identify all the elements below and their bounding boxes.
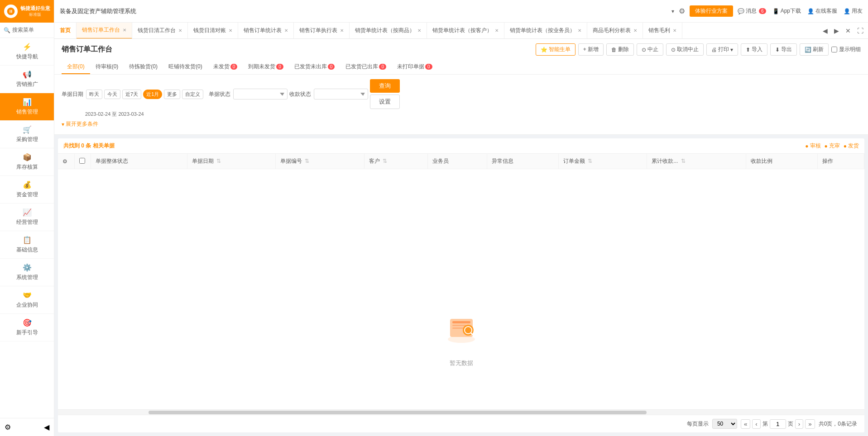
- stop-button[interactable]: ⊙ 中止: [637, 43, 663, 56]
- cancel-stop-icon: ⊙: [671, 47, 676, 53]
- filter-tab-wangpu[interactable]: 旺铺待发货(0): [163, 60, 208, 74]
- sidebar-item-guide[interactable]: 🎯 新手引导: [0, 314, 54, 341]
- online-support-item[interactable]: 👤 在线客服: [807, 7, 837, 15]
- sidebar-item-inventory[interactable]: 📦 库存核算: [0, 148, 54, 176]
- smart-btn[interactable]: ⭐ 智能生单: [536, 43, 575, 56]
- close-tab-sales-exec[interactable]: ✕: [340, 28, 344, 33]
- date-yesterday[interactable]: 昨天: [86, 90, 102, 99]
- close-tab-sales-margin[interactable]: ✕: [673, 28, 676, 33]
- user-item[interactable]: 👤 用友: [844, 7, 863, 15]
- page-input[interactable]: [770, 419, 786, 429]
- sidebar-item-purchase[interactable]: 🛒 采购管理: [0, 121, 54, 148]
- settings-button[interactable]: 设置: [370, 95, 400, 109]
- expand-conditions-btn[interactable]: ▾ 展开更多条件: [62, 120, 861, 128]
- action-revoke[interactable]: ● 充审: [825, 142, 840, 150]
- table-scroll[interactable]: ⚙ 单据整体状态 单据日期 ⇅ 单据编号 ⇅: [58, 154, 864, 264]
- date-today[interactable]: 今天: [104, 90, 120, 99]
- delete-button[interactable]: 🗑 删除: [606, 43, 634, 56]
- page-last-btn[interactable]: »: [805, 419, 815, 429]
- tab-customer-stats[interactable]: 销货单统计表（按客户） ✕: [427, 23, 504, 39]
- solution-button[interactable]: 体验行业方案: [690, 5, 733, 17]
- sidebar-item-sales[interactable]: 📊 销售管理: [0, 93, 54, 121]
- tab-salesperson-stats[interactable]: 销货单统计表（按业务员） ✕: [504, 23, 587, 39]
- print-button[interactable]: 🖨 打印 ▾: [706, 43, 738, 56]
- tab-cash-reconcile[interactable]: 钱货日清对账 ✕: [188, 23, 238, 39]
- horizontal-scrollbar[interactable]: [58, 409, 864, 415]
- show-detail-label[interactable]: 显示明细: [831, 46, 861, 53]
- status-select[interactable]: [233, 89, 288, 100]
- refresh-button[interactable]: 🔄 刷新: [800, 43, 829, 56]
- sidebar-item-basic[interactable]: 📋 基础信息: [0, 231, 54, 259]
- sidebar-item-quicknav[interactable]: ⚡ 快捷导航: [0, 38, 54, 66]
- tab-home[interactable]: 首页: [54, 23, 77, 39]
- action-ship[interactable]: ● 发货: [844, 142, 859, 150]
- page-first-btn[interactable]: «: [741, 419, 750, 429]
- filter-tab-shipped-out[interactable]: 已发货已出库0: [340, 60, 392, 74]
- filter-tab-all[interactable]: 全部(0): [62, 60, 90, 74]
- close-tab-customer-stats[interactable]: ✕: [495, 28, 499, 33]
- query-button[interactable]: 查询: [370, 79, 400, 93]
- tab-sales-order[interactable]: 销售订单工作台 ✕: [77, 23, 132, 39]
- svg-rect-4: [452, 327, 464, 329]
- tab-goods-stats[interactable]: 销货单统计表（按商品） ✕: [350, 23, 427, 39]
- filter-tab-unprinted[interactable]: 未打印单据0: [392, 60, 438, 74]
- close-tab-margin-analysis[interactable]: ✕: [633, 28, 637, 33]
- tab-cash-daily[interactable]: 钱货日清工作台 ✕: [132, 23, 188, 39]
- tab-nav-prev[interactable]: ◀: [820, 26, 830, 35]
- settings-icon[interactable]: ⚙: [5, 423, 11, 431]
- col-customer[interactable]: 客户 ⇅: [364, 154, 428, 169]
- filter-tab-inspect[interactable]: 待拣验货(0): [124, 60, 163, 74]
- close-tab-cash-daily[interactable]: ✕: [178, 28, 182, 33]
- action-approve[interactable]: ● 审核: [805, 142, 820, 150]
- close-tab-sales-stats[interactable]: ✕: [284, 28, 288, 33]
- topbar-settings-icon[interactable]: ⚙: [679, 7, 685, 15]
- sidebar-item-finance[interactable]: 💰 资金管理: [0, 176, 54, 204]
- select-all-checkbox[interactable]: [79, 158, 85, 164]
- date-1month[interactable]: 近1月: [143, 90, 162, 99]
- import-button[interactable]: ⬆ 导入: [741, 43, 767, 56]
- close-tab-cash-reconcile[interactable]: ✕: [229, 28, 232, 33]
- date-more[interactable]: 更多: [164, 90, 180, 99]
- tab-nav-next[interactable]: ▶: [831, 26, 842, 35]
- payment-select[interactable]: [314, 89, 368, 100]
- sidebar-item-operations[interactable]: 📈 经营管理: [0, 204, 54, 231]
- sidebar-item-system[interactable]: ⚙️ 系统管理: [0, 259, 54, 286]
- filter-tab-pending[interactable]: 待审核(0): [90, 60, 124, 74]
- tab-nav-close[interactable]: ✕: [843, 26, 854, 35]
- tab-margin-analysis[interactable]: 商品毛利分析表 ✕: [587, 23, 643, 39]
- col-number[interactable]: 单据编号 ⇅: [276, 154, 364, 169]
- sidebar-item-search[interactable]: 🔍 搜索菜单: [0, 23, 54, 38]
- close-tab-sales-order[interactable]: ✕: [123, 28, 126, 33]
- filter-tab-shipped-nout[interactable]: 已发货未出库0: [289, 60, 340, 74]
- cancel-stop-button[interactable]: ⊙ 取消中止: [666, 43, 704, 56]
- tab-sales-exec[interactable]: 销售订单执行表 ✕: [294, 23, 350, 39]
- show-detail-checkbox[interactable]: [831, 47, 837, 52]
- sidebar-item-collab[interactable]: 🤝 企业协同: [0, 286, 54, 314]
- date-7days[interactable]: 近7天: [122, 90, 141, 99]
- col-settings[interactable]: ⚙: [58, 154, 74, 169]
- filter-tab-overdue[interactable]: 到期未发货0: [243, 60, 289, 74]
- tab-sales-margin[interactable]: 销售毛利 ✕: [643, 23, 682, 39]
- col-checkbox[interactable]: [74, 154, 91, 169]
- sidebar-item-marketing[interactable]: 📢 营销推广: [0, 66, 54, 93]
- date-custom[interactable]: 自定义: [182, 90, 203, 99]
- add-button[interactable]: + 新增: [578, 43, 604, 56]
- close-tab-salesperson-stats[interactable]: ✕: [578, 28, 581, 33]
- col-cumulative[interactable]: 累计收款... ⇅: [647, 154, 746, 169]
- system-dropdown[interactable]: ▾: [671, 8, 674, 14]
- refresh-icon: 🔄: [805, 47, 811, 53]
- filter-tab-unshipped[interactable]: 未发货0: [208, 60, 243, 74]
- page-next-btn[interactable]: ›: [795, 419, 803, 429]
- tab-nav-fullscreen[interactable]: ⛶: [854, 26, 866, 35]
- collapse-icon[interactable]: ◀: [44, 423, 49, 431]
- close-tab-goods-stats[interactable]: ✕: [417, 28, 421, 33]
- scrollbar-thumb[interactable]: [149, 411, 647, 414]
- col-amount[interactable]: 订单金额 ⇅: [558, 154, 647, 169]
- app-download-item[interactable]: 📱 App下载: [772, 7, 801, 15]
- per-page-select[interactable]: 50 100 200: [712, 419, 737, 429]
- tab-sales-stats[interactable]: 销售订单统计表 ✕: [238, 23, 294, 39]
- message-item[interactable]: 💬 消息 6: [738, 7, 766, 15]
- export-button[interactable]: ⬇ 导出: [770, 43, 797, 56]
- page-prev-btn[interactable]: ‹: [752, 419, 760, 429]
- col-date[interactable]: 单据日期 ⇅: [187, 154, 276, 169]
